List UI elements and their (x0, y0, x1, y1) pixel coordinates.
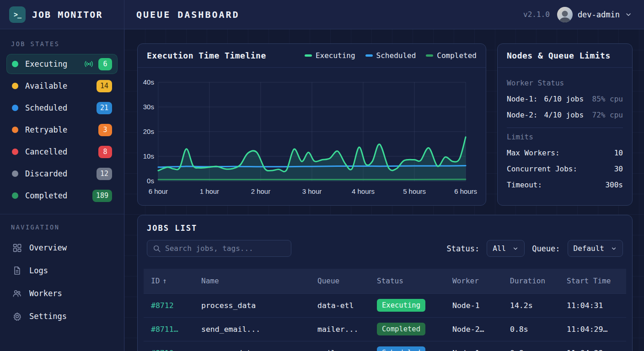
legend-item-executing[interactable]: Executing (305, 51, 355, 60)
job-start-time: 11:04:31 (562, 293, 626, 317)
job-worker: Node-1 (448, 293, 505, 317)
timeline-chart: 0s10s20s30s40s6 hour1 hour2 hour3 hour4 … (138, 68, 486, 205)
chevron-down-icon (625, 11, 632, 18)
scheduled-dot (12, 105, 18, 111)
column-header-name[interactable]: Name (197, 269, 313, 293)
count-badge: 6 (98, 58, 112, 70)
sidebar-item-settings[interactable]: Settings (6, 306, 118, 327)
discarded-dot (12, 170, 18, 177)
table-row[interactable]: #8710 process_data mailer Scheduled Node… (144, 341, 626, 351)
job-start-time: 11:04:29 (562, 341, 626, 351)
completed-dot (12, 192, 18, 199)
sidebar-item-retryable[interactable]: Retryable 3 (6, 120, 118, 140)
count-badge: 3 (98, 124, 112, 136)
sidebar-item-available[interactable]: Available 14 (6, 76, 118, 96)
jobs-table: ID↑ Name Queue Status Worker Duration St… (144, 269, 626, 351)
job-duration: 0.8s (505, 317, 562, 341)
version-label: v2.1.0 (523, 10, 550, 19)
svg-text:6 hours: 6 hours (454, 187, 477, 195)
sidebar: JOB STATES Executing 6 Available 14 (0, 29, 124, 351)
nodes-card-title: Nodes & Queue Limits (507, 51, 611, 60)
table-row[interactable]: #8712 process_data data-etl Executing No… (144, 293, 626, 317)
job-queue: mailer (313, 341, 372, 351)
svg-text:5 hours: 5 hours (403, 187, 426, 195)
retryable-dot (12, 127, 18, 133)
job-states-heading: JOB STATES (6, 40, 118, 48)
user-menu[interactable]: dev-admin (557, 7, 632, 22)
search-input[interactable] (165, 244, 285, 253)
app-title: JOB MONITOR (32, 9, 102, 20)
search-box (147, 240, 291, 257)
job-start-time: 11:04:29… (562, 317, 626, 341)
count-badge: 8 (98, 146, 112, 158)
status-select[interactable]: All (487, 240, 525, 257)
topbar-main: QUEUE DASHBOARD v2.1.0 dev-admin (124, 0, 644, 29)
svg-text:6 hour: 6 hour (149, 187, 168, 195)
legend-item-completed[interactable]: Completed (426, 51, 477, 60)
table-header-row: ID↑ Name Queue Status Worker Duration St… (144, 269, 626, 293)
chart-legend: Executing Scheduled Completed (305, 51, 477, 60)
legend-swatch (305, 54, 312, 57)
column-header-id[interactable]: ID↑ (144, 269, 197, 293)
job-worker: Node-1 (448, 341, 505, 351)
svg-text:1 hour: 1 hour (200, 187, 219, 195)
timeline-chart-card: Execution Time Timeline Executing Schedu… (137, 43, 486, 206)
chart-title: Execution Time Timeline (147, 51, 266, 60)
limit-row: Timeout: 300s (507, 177, 623, 193)
users-icon (12, 289, 22, 298)
cancelled-dot (12, 149, 18, 155)
username: dev-admin (578, 10, 620, 19)
legend-item-scheduled[interactable]: Scheduled (365, 51, 416, 60)
sort-asc-icon: ↑ (162, 277, 167, 285)
navigation-heading: NAVIGATION (6, 223, 118, 231)
node-status-row: Node-1: 6/10 jobs 85% cpu (507, 91, 623, 107)
count-badge: 189 (92, 190, 112, 202)
column-header-status[interactable]: Status (372, 269, 448, 293)
topbar-right: v2.1.0 dev-admin (523, 7, 632, 22)
job-duration: 14.2s (505, 293, 562, 317)
sidebar-divider (0, 214, 124, 214)
job-id-link[interactable]: #8711… (151, 325, 178, 334)
job-id-link[interactable]: #8712 (151, 301, 174, 310)
avatar (557, 7, 573, 22)
executing-dot (12, 61, 18, 67)
svg-text:3 hour: 3 hour (302, 187, 322, 195)
column-header-queue[interactable]: Queue (313, 269, 372, 293)
job-queue: data-etl (313, 293, 372, 317)
status-filter-label: Status: (447, 244, 480, 253)
sidebar-item-scheduled[interactable]: Scheduled 21 (6, 98, 118, 118)
job-id-link[interactable]: #8710 (151, 349, 174, 351)
sidebar-item-logs[interactable]: Logs (6, 260, 118, 281)
legend-swatch (365, 54, 373, 57)
queue-filter-label: Queue: (532, 244, 560, 253)
count-badge: 12 (97, 168, 112, 180)
sidebar-item-completed[interactable]: Completed 189 (6, 186, 118, 206)
live-broadcast-icon (83, 60, 94, 68)
divider (507, 128, 623, 128)
sidebar-item-overview[interactable]: Overview (6, 237, 118, 258)
column-header-start-time[interactable]: Start Time (562, 269, 626, 293)
sidebar-item-discarded[interactable]: Discarded 12 (6, 164, 118, 184)
available-dot (12, 83, 18, 89)
page-title: QUEUE DASHBOARD (136, 9, 240, 20)
topbar: >_ JOB MONITOR QUEUE DASHBOARD v2.1.0 de… (0, 0, 644, 29)
sidebar-item-workers[interactable]: Workers (6, 283, 118, 304)
sidebar-item-cancelled[interactable]: Cancelled 8 (6, 142, 118, 162)
column-header-duration[interactable]: Duration (505, 269, 562, 293)
column-header-worker[interactable]: Worker (448, 269, 505, 293)
job-name: send_email... (197, 317, 313, 341)
chevron-down-icon (512, 245, 519, 252)
search-icon (153, 245, 161, 253)
brand: >_ JOB MONITOR (0, 0, 124, 29)
table-row[interactable]: #8711… send_email... mailer... Completed… (144, 317, 626, 341)
file-icon (12, 266, 22, 275)
jobs-list-title: JOBS LIST (147, 223, 623, 233)
count-badge: 14 (97, 80, 112, 92)
count-badge: 21 (97, 102, 112, 114)
svg-text:10s: 10s (143, 152, 154, 160)
node-status-row: Node-2: 4/10 jobs 72% cpu (507, 107, 623, 123)
queue-select[interactable]: Default (568, 240, 623, 257)
terminal-icon: >_ (9, 6, 26, 23)
sidebar-item-executing[interactable]: Executing 6 (6, 54, 118, 74)
limit-row: Max Workers: 10 (507, 145, 623, 161)
